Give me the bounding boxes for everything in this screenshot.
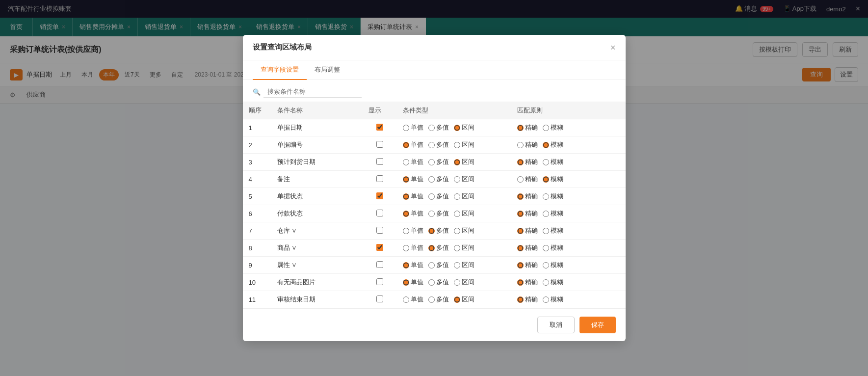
modal-tab-query-fields[interactable]: 查询字段设置 xyxy=(253,60,307,80)
modal-tab-layout[interactable]: 布局调整 xyxy=(307,60,348,80)
modal-tabs: 查询字段设置 布局调整 xyxy=(243,60,626,80)
modal-overlay: 设置查询区域布局 × 查询字段设置 布局调整 🔍 顺序 条件名称 xyxy=(0,0,868,104)
th-display: 显示 xyxy=(363,102,397,104)
th-name: 条件名称 xyxy=(271,102,363,104)
th-type: 条件类型 xyxy=(397,102,511,104)
table-header: 顺序 条件名称 显示 条件类型 匹配原则 xyxy=(243,102,626,104)
modal-search-bar: 🔍 xyxy=(243,80,626,102)
search-input[interactable] xyxy=(263,86,362,98)
th-match: 匹配原则 xyxy=(511,102,626,104)
modal-table: 顺序 条件名称 显示 条件类型 匹配原则 1单据日期单值多值区间精确模糊2单据编… xyxy=(243,102,626,104)
modal-header: 设置查询区域布局 × xyxy=(243,35,626,60)
th-order: 顺序 xyxy=(243,102,271,104)
search-icon: 🔍 xyxy=(253,88,261,96)
modal-title: 设置查询区域布局 xyxy=(253,43,312,52)
settings-modal: 设置查询区域布局 × 查询字段设置 布局调整 🔍 顺序 条件名称 xyxy=(243,35,626,104)
modal-close-button[interactable]: × xyxy=(610,43,616,52)
